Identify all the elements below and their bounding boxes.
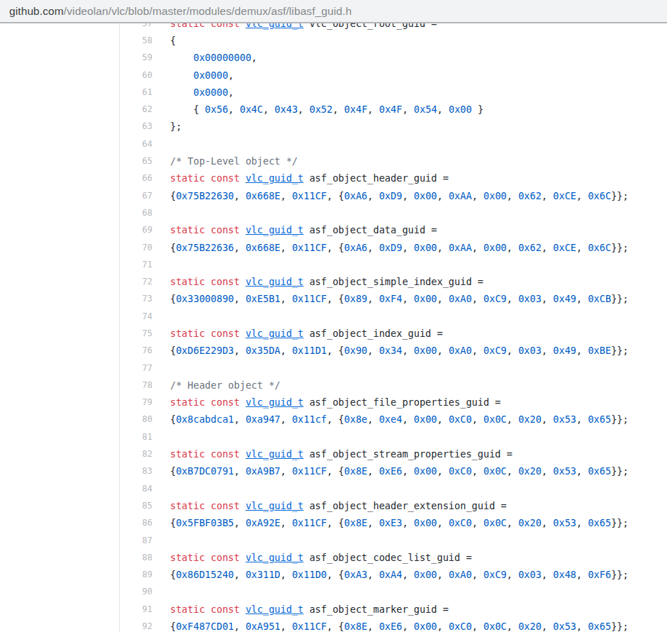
line-number[interactable]: 91	[120, 604, 152, 614]
line-number[interactable]: 72	[120, 277, 152, 287]
code-text: {0x86D15240, 0x311D, 0x11D0, {0xA3, 0xA4…	[152, 569, 629, 580]
code-token: 0x8e	[344, 413, 368, 425]
line-number[interactable]: 64	[120, 139, 152, 149]
code-token: 0xA951	[245, 621, 280, 632]
line-number[interactable]: 80	[120, 414, 152, 424]
code-token: ,	[281, 293, 292, 304]
code-token: ,	[472, 345, 483, 356]
code-token: ,	[298, 104, 309, 115]
code-text: static const vlc_guid_t asf_object_heade…	[152, 500, 507, 511]
code-token: ,	[542, 293, 553, 304]
line-number[interactable]: 60	[120, 70, 152, 80]
line-number[interactable]: 88	[120, 553, 152, 562]
line-number[interactable]: 85	[120, 501, 152, 511]
code-token: ,	[332, 104, 344, 115]
line-number[interactable]: 84	[120, 484, 152, 494]
code-token: ,	[234, 465, 245, 477]
vlc-guid-t-type-link[interactable]: vlc_guid_t	[245, 552, 303, 563]
code-token: {	[170, 465, 176, 477]
code-token: }};	[611, 621, 629, 632]
vlc-guid-t-type-link[interactable]: vlc_guid_t	[245, 448, 303, 460]
code-token: {	[170, 569, 176, 580]
line-number[interactable]: 57	[120, 23, 152, 28]
line-number[interactable]: 89	[120, 570, 152, 579]
line-number[interactable]: 63	[120, 121, 152, 131]
line-number[interactable]: 62	[120, 104, 152, 114]
vlc-guid-t-type-link[interactable]: vlc_guid_t	[245, 604, 303, 615]
code-token: }};	[611, 242, 629, 253]
vlc-guid-t-type-link[interactable]: vlc_guid_t	[245, 276, 303, 287]
line-number[interactable]: 71	[120, 260, 152, 270]
line-number[interactable]: 66	[120, 173, 152, 183]
code-token: 0xE5B1	[245, 293, 280, 304]
line-number[interactable]: 68	[120, 208, 152, 218]
line-number[interactable]: 67	[120, 191, 152, 201]
code-token: 0x00000000	[194, 52, 252, 63]
line-number[interactable]: 92	[120, 621, 152, 631]
line-number[interactable]: 90	[120, 587, 152, 596]
code-token: }};	[611, 465, 629, 477]
code-token: ,	[367, 345, 379, 356]
page-background: 57static const vlc_guid_t vlc_object_roo…	[0, 23, 667, 643]
code-token: ,	[507, 465, 518, 477]
line-number[interactable]: 77	[120, 363, 152, 373]
code-token: asf_object_simple_index_guid =	[303, 276, 483, 287]
line-number[interactable]: 81	[120, 432, 152, 442]
line-number[interactable]: 69	[120, 225, 152, 235]
code-token: 0x52	[309, 104, 332, 115]
vlc-guid-t-type-link[interactable]: vlc_guid_t	[245, 396, 303, 408]
code-token: ,	[367, 413, 379, 425]
code-text: /* Top-Level object */	[152, 155, 298, 167]
code-token: ,	[472, 293, 483, 304]
code-token: 0xC0	[449, 517, 472, 528]
line-number[interactable]: 78	[120, 380, 152, 390]
vlc-guid-t-type-link[interactable]: vlc_guid_t	[245, 172, 303, 184]
code-token: 0x00	[483, 242, 507, 253]
code-token: ,	[507, 190, 518, 201]
line-number[interactable]: 59	[120, 52, 152, 62]
code-token: ,	[402, 293, 413, 304]
code-text: {0xB7DC0791, 0xA9B7, 0x11CF, {0x8E, 0xE6…	[152, 465, 629, 477]
code-token: 0x90	[344, 345, 368, 356]
line-number[interactable]: 86	[120, 518, 152, 528]
code-token: 0xC9	[483, 569, 507, 580]
vlc-guid-t-type-link[interactable]: vlc_guid_t	[245, 23, 303, 29]
code-token	[170, 70, 194, 81]
code-token: ,	[234, 345, 245, 356]
line-number[interactable]: 79	[120, 397, 152, 407]
code-token: }};	[611, 517, 629, 528]
code-token: ,	[402, 242, 413, 253]
code-token: ,	[542, 413, 553, 425]
line-number[interactable]: 87	[120, 535, 152, 545]
line-number[interactable]: 76	[120, 345, 152, 355]
code-text: {0x5FBF03B5, 0xA92E, 0x11CF, {0x8E, 0xE3…	[152, 517, 629, 528]
line-number[interactable]: 74	[120, 311, 152, 321]
url-text[interactable]: github.com/videolan/vlc/blob/master/modu…	[9, 5, 352, 18]
code-line: 91static const vlc_guid_t asf_object_mar…	[120, 601, 667, 618]
code-token: asf_object_stream_properties_guid =	[303, 448, 512, 460]
code-token: ,	[281, 413, 292, 425]
line-number[interactable]: 83	[120, 466, 152, 476]
line-number[interactable]: 65	[120, 156, 152, 166]
line-number[interactable]: 58	[120, 35, 152, 45]
line-number[interactable]: 73	[120, 294, 152, 304]
vlc-guid-t-type-link[interactable]: vlc_guid_t	[245, 500, 303, 511]
code-token: ,	[234, 569, 245, 580]
code-token: , {	[327, 517, 344, 528]
code-token: ,	[228, 104, 240, 115]
code-token: 0x62	[518, 242, 542, 253]
code-token: , {	[327, 345, 344, 356]
vlc-guid-t-type-link[interactable]: vlc_guid_t	[245, 224, 303, 235]
code-token: 0x0000	[194, 87, 228, 98]
code-token: ,	[367, 190, 379, 201]
line-number[interactable]: 61	[120, 87, 152, 97]
line-number[interactable]: 70	[120, 243, 152, 252]
line-number[interactable]: 82	[120, 449, 152, 459]
code-token: 0x00	[414, 293, 437, 304]
line-number[interactable]: 75	[120, 328, 152, 338]
browser-address-bar[interactable]: github.com/videolan/vlc/blob/master/modu…	[0, 0, 667, 23]
code-line: 68	[120, 204, 667, 221]
code-token: ,	[472, 242, 483, 253]
vlc-guid-t-type-link[interactable]: vlc_guid_t	[245, 328, 303, 339]
code-token: 0x65	[588, 465, 611, 477]
